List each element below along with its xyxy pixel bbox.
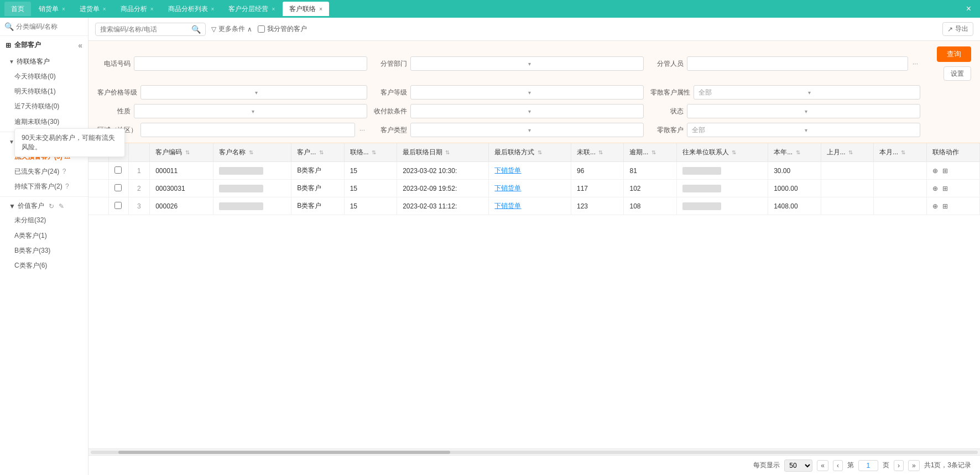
region-select[interactable]	[140, 123, 355, 137]
nav-tab-analysis-list[interactable]: 商品分析列表 ×	[161, 2, 221, 16]
adv-filter-row-4: 区域（地区） ··· 客户类型 ▾ 零散客户	[97, 123, 971, 137]
row-uncontact: 117	[571, 180, 624, 197]
nature-select[interactable]: ▾	[134, 104, 367, 118]
action-more-icon[interactable]: ⊞	[942, 167, 948, 175]
row-check[interactable]	[108, 162, 128, 180]
action-link-icon[interactable]: ⊕	[932, 202, 938, 210]
filter-search-input[interactable]	[100, 25, 189, 33]
sidebar-item-class-b[interactable]: B类客户(33)	[0, 243, 88, 258]
row-uncontact: 123	[571, 197, 624, 215]
row-checkbox[interactable]	[114, 166, 122, 174]
first-page-btn[interactable]: «	[817, 460, 828, 471]
th-name[interactable]: 客户名称 ⇅	[213, 143, 291, 162]
scrollbar-thumb[interactable]	[118, 451, 450, 454]
refresh-icon[interactable]: ↻	[49, 202, 54, 210]
row-last-type[interactable]: 下销货单	[489, 197, 571, 215]
th-unit-contact[interactable]: 往来单位联系人 ⇅	[676, 143, 768, 162]
row-check[interactable]	[108, 180, 128, 197]
last-type-link[interactable]: 下销货单	[494, 184, 521, 192]
close-sales-tab[interactable]: ×	[62, 6, 65, 12]
action-link-icon[interactable]: ⊕	[932, 167, 938, 175]
sidebar-item-ungroup[interactable]: 未分组(32)	[0, 213, 88, 228]
last-type-link[interactable]: 下销货单	[494, 166, 521, 174]
close-all-tabs[interactable]: ×	[962, 4, 976, 14]
last-page-btn[interactable]: »	[908, 460, 920, 471]
phone-input[interactable]	[134, 56, 367, 71]
scatter-label: 零散客户	[650, 126, 684, 135]
sidebar-item-class-a[interactable]: A类客户(1)	[0, 228, 88, 243]
close-analysis-list-tab[interactable]: ×	[211, 6, 215, 12]
nav-tab-home[interactable]: 首页	[4, 2, 31, 16]
th-this-year[interactable]: 本年... ⇅	[768, 143, 821, 162]
edit-icon[interactable]: ✎	[59, 202, 64, 210]
sidebar-group-pending[interactable]: ▼ 待联络客户	[0, 54, 88, 69]
th-this-month[interactable]: 本月... ⇅	[874, 143, 926, 162]
my-customers-filter[interactable]: 我分管的客户	[258, 24, 307, 34]
sidebar-item-7days[interactable]: 近7天待联络(0)	[0, 99, 88, 114]
nav-tab-sales[interactable]: 销货单 ×	[32, 2, 72, 16]
th-contact[interactable]: 联络... ⇅	[344, 143, 397, 162]
top-nav: 首页 销货单 × 进货单 × 商品分析 × 商品分析列表 × 客户分层经营 × …	[0, 0, 980, 18]
sidebar-search-input[interactable]	[16, 23, 88, 30]
dept-select[interactable]: ▾	[410, 56, 644, 71]
page-size-select[interactable]: 50 100 200	[784, 460, 812, 472]
horizontal-scrollbar[interactable]	[88, 448, 980, 455]
row-checkbox[interactable]	[114, 202, 122, 209]
prev-page-btn[interactable]: ‹	[833, 460, 843, 471]
nav-tab-customer-layer[interactable]: 客户分层经营 ×	[222, 2, 282, 16]
th-last-date[interactable]: 最后联络日期 ⇅	[397, 143, 489, 162]
close-purchase-tab[interactable]: ×	[103, 6, 106, 12]
sidebar-item-declining[interactable]: 持续下滑客户(2) ?	[0, 179, 88, 194]
scatter-select[interactable]: 全部 ▾	[687, 123, 920, 137]
customer-type-select[interactable]: ▾	[410, 123, 644, 137]
query-button[interactable]: 查询	[937, 46, 971, 62]
scrollbar-track[interactable]	[91, 451, 978, 454]
status-select[interactable]: ▾	[687, 104, 920, 118]
current-page-input[interactable]	[858, 460, 878, 471]
sidebar-item-class-c[interactable]: C类客户(6)	[0, 258, 88, 273]
th-last-type[interactable]: 最后联络方式 ⇅	[489, 143, 571, 162]
close-customer-contact-tab[interactable]: ×	[319, 6, 322, 12]
close-customer-layer-tab[interactable]: ×	[272, 6, 275, 12]
sidebar-collapse-btn[interactable]: «	[78, 41, 82, 50]
action-more-icon[interactable]: ⊞	[942, 202, 948, 210]
action-more-icon[interactable]: ⊞	[942, 185, 948, 192]
scatter-attr-select[interactable]: 全部 ▾	[694, 85, 920, 100]
row-check[interactable]	[108, 197, 128, 215]
sidebar-item-churned[interactable]: 已流失客户(24) ?	[0, 164, 88, 179]
th-code[interactable]: 客户编码 ⇅	[150, 143, 213, 162]
settings-button[interactable]: 设置	[943, 66, 971, 81]
last-type-link[interactable]: 下销货单	[494, 202, 521, 210]
region-dots[interactable]: ···	[357, 126, 367, 134]
th-type[interactable]: 客户... ⇅	[291, 143, 344, 162]
sidebar-item-overdue[interactable]: 逾期未联络(30)	[0, 114, 88, 129]
close-analysis-tab[interactable]: ×	[150, 6, 154, 12]
next-page-btn[interactable]: ›	[894, 460, 904, 471]
manager-dots[interactable]: ···	[910, 60, 920, 67]
my-customers-checkbox[interactable]	[258, 25, 265, 33]
row-last-type[interactable]: 下销货单	[489, 162, 571, 180]
price-level-select[interactable]: ▾	[140, 85, 367, 100]
export-button[interactable]: ↗ 导出	[942, 22, 973, 36]
row-checkbox[interactable]	[114, 184, 122, 191]
row-type: B类客户	[291, 162, 344, 180]
sidebar-all-customers[interactable]: ⊞ 全部客户 «	[0, 36, 88, 54]
sidebar-item-tomorrow[interactable]: 明天待联络(1)	[0, 84, 88, 99]
sidebar-group-value-header: ▼ 价值客户 ↻ ✎	[0, 199, 88, 213]
nav-tab-analysis[interactable]: 商品分析 ×	[114, 2, 160, 16]
sidebar-item-today[interactable]: 今天待联络(0)	[0, 69, 88, 84]
customer-level-select[interactable]: ▾	[410, 85, 644, 100]
row-action: ⊕ ⊞	[926, 197, 979, 215]
th-uncontact[interactable]: 未联... ⇅	[571, 143, 624, 162]
th-last-month[interactable]: 上月... ⇅	[821, 143, 873, 162]
row-last-type[interactable]: 下销货单	[489, 180, 571, 197]
filter-search-icon[interactable]: 🔍	[191, 25, 201, 34]
payment-select[interactable]: ▾	[410, 104, 644, 118]
th-overdue[interactable]: 逾期... ⇅	[624, 143, 676, 162]
nav-tab-purchase[interactable]: 进货单 ×	[73, 2, 113, 16]
nav-tab-customer-contact[interactable]: 客户联络 ×	[283, 2, 329, 16]
pagination-bar: 每页显示 50 100 200 « ‹ 第 页 › » 共1页，3条记录	[88, 455, 980, 475]
action-link-icon[interactable]: ⊕	[932, 185, 938, 192]
manager-select[interactable]	[687, 56, 908, 71]
more-conditions-btn[interactable]: ▽ 更多条件 ∧	[211, 24, 252, 34]
